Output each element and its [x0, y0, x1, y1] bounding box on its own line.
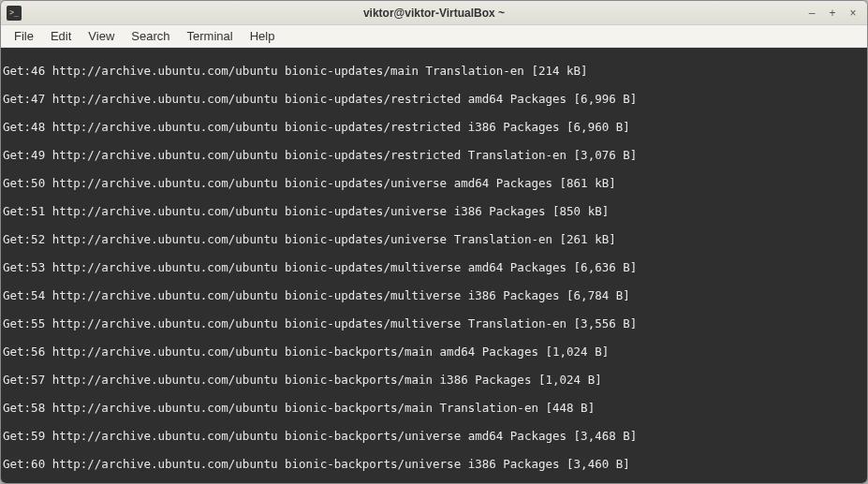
window-title: viktor@viktor-VirtualBox ~ — [363, 7, 505, 20]
terminal-icon — [7, 6, 22, 21]
menu-help[interactable]: Help — [243, 27, 283, 45]
menu-edit[interactable]: Edit — [43, 27, 79, 45]
minimize-button[interactable]: – — [803, 6, 820, 21]
titlebar[interactable]: viktor@viktor-VirtualBox ~ – + × — [1, 1, 867, 25]
menu-search[interactable]: Search — [124, 27, 177, 45]
output-line: Get:48 http://archive.ubuntu.com/ubuntu … — [3, 120, 865, 134]
window-controls: – + × — [803, 6, 861, 21]
output-line: Get:47 http://archive.ubuntu.com/ubuntu … — [3, 92, 865, 106]
output-line: Get:52 http://archive.ubuntu.com/ubuntu … — [3, 232, 865, 246]
output-line: Get:49 http://archive.ubuntu.com/ubuntu … — [3, 148, 865, 162]
menubar: File Edit View Search Terminal Help — [1, 25, 867, 48]
menu-file[interactable]: File — [7, 27, 41, 45]
output-line: Get:58 http://archive.ubuntu.com/ubuntu … — [3, 401, 865, 415]
output-line: Get:54 http://archive.ubuntu.com/ubuntu … — [3, 288, 865, 302]
output-line: Get:56 http://archive.ubuntu.com/ubuntu … — [3, 345, 865, 359]
output-line: Get:51 http://archive.ubuntu.com/ubuntu … — [3, 204, 865, 218]
output-line: Get:46 http://archive.ubuntu.com/ubuntu … — [3, 64, 865, 78]
output-line: Get:50 http://archive.ubuntu.com/ubuntu … — [3, 176, 865, 190]
output-line: Get:59 http://archive.ubuntu.com/ubuntu … — [3, 429, 865, 443]
close-button[interactable]: × — [845, 6, 861, 21]
output-line: Get:55 http://archive.ubuntu.com/ubuntu … — [3, 316, 865, 330]
output-line: Get:60 http://archive.ubuntu.com/ubuntu … — [3, 457, 865, 471]
maximize-button[interactable]: + — [824, 6, 841, 21]
output-line: Get:53 http://archive.ubuntu.com/ubuntu … — [3, 260, 865, 274]
menu-view[interactable]: View — [81, 27, 122, 45]
output-line: Get:57 http://archive.ubuntu.com/ubuntu … — [3, 373, 865, 387]
terminal-window: viktor@viktor-VirtualBox ~ – + × File Ed… — [0, 0, 868, 484]
terminal-output[interactable]: Get:46 http://archive.ubuntu.com/ubuntu … — [1, 48, 867, 483]
menu-terminal[interactable]: Terminal — [180, 27, 241, 45]
